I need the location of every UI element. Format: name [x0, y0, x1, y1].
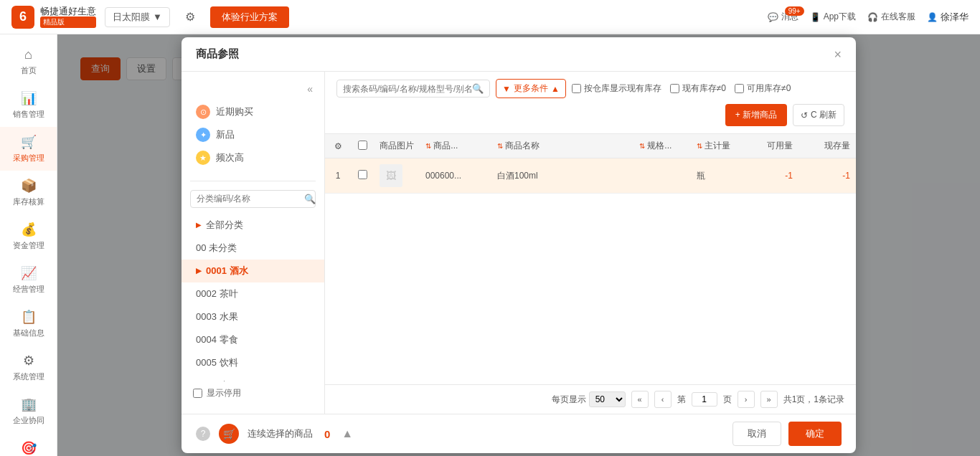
- pagination: 每页显示 50 100 200 « ‹ 第 页: [325, 384, 856, 414]
- row-name: 白酒100ml: [491, 158, 633, 194]
- cat-item-0001[interactable]: ▶ 0001 酒水: [182, 260, 324, 282]
- layout: ⌂ 首页 📊 销售管理 🛒 采购管理 📦 库存核算 💰 资金管理 📈 经营管理 …: [0, 34, 980, 456]
- product-table: ⚙ 商品图片 ⇅ 商品... ⇅ 商品名称: [325, 134, 856, 194]
- sidebar-item-home[interactable]: ⌂ 首页: [0, 40, 57, 83]
- cat-item-0008[interactable]: 0008 水: [182, 374, 324, 381]
- sidebar-item-ops[interactable]: 📈 经营管理: [0, 258, 57, 302]
- col-unit-header[interactable]: ⇅ 主计量: [691, 134, 741, 158]
- col-spec-header[interactable]: ⇅ 规格...: [633, 134, 691, 158]
- col-check-all[interactable]: [351, 134, 374, 158]
- show-disabled-area[interactable]: 显示停用: [182, 381, 324, 405]
- add-product-button[interactable]: + 新增商品: [725, 104, 787, 126]
- app-download-nav[interactable]: 📱 App下载: [810, 11, 856, 23]
- last-page-button[interactable]: »: [760, 391, 778, 408]
- phone-icon: 📱: [810, 12, 821, 22]
- headphone-icon: 🎧: [867, 12, 878, 22]
- page-number-input[interactable]: [692, 392, 717, 407]
- row-checkbox[interactable]: [358, 170, 367, 179]
- cat-item-all[interactable]: ▶ 全部分类: [182, 214, 324, 237]
- cat-item-0005[interactable]: 0005 饮料: [182, 351, 324, 374]
- sidebar-item-finance[interactable]: 💰 资金管理: [0, 214, 57, 258]
- more-filter-button[interactable]: ▼ 更多条件 ▲: [496, 79, 566, 98]
- help-icon[interactable]: ?: [196, 427, 210, 441]
- refresh-product-button[interactable]: ↺ C 刷新: [793, 104, 844, 126]
- basic-icon: 📋: [21, 309, 37, 325]
- modal-right-panel: 🔍 ▼ 更多条件 ▲ 按仓库显示现有库存: [325, 72, 856, 414]
- sidebar-item-purchase[interactable]: 🛒 采购管理: [0, 127, 57, 171]
- sales-icon: 📊: [21, 90, 37, 106]
- product-search-icon[interactable]: 🔍: [472, 83, 484, 94]
- cat-item-0002[interactable]: 0002 茶叶: [182, 282, 324, 305]
- cart-icon[interactable]: 🛒: [219, 424, 239, 444]
- row-code: 000600...: [420, 158, 491, 194]
- cat-item-0003[interactable]: 0003 水果: [182, 305, 324, 328]
- settings-icon[interactable]: ⚙: [179, 6, 202, 29]
- col-stock-header: 现存量: [798, 134, 856, 158]
- sidebar-item-basic[interactable]: 📋 基础信息: [0, 302, 57, 346]
- show-disabled-checkbox[interactable]: [193, 389, 202, 398]
- prev-page-button[interactable]: ‹: [654, 391, 672, 408]
- purchase-icon: 🛒: [21, 134, 37, 150]
- finance-icon: 💰: [21, 222, 37, 237]
- cat-item-0004[interactable]: 0004 零食: [182, 328, 324, 351]
- warehouse-checkbox-input[interactable]: [572, 84, 581, 93]
- corp-icon: 🏢: [21, 396, 37, 412]
- first-page-button[interactable]: «: [631, 391, 649, 408]
- home-icon: ⌂: [24, 47, 32, 62]
- row-unit: 瓶: [691, 158, 741, 194]
- col-code-header[interactable]: ⇅ 商品...: [420, 134, 491, 158]
- col-name-header[interactable]: ⇅ 商品名称: [491, 134, 633, 158]
- message-icon: 💬: [768, 12, 778, 22]
- store-selector[interactable]: 日太阳膜 ▼: [105, 7, 170, 27]
- avail-neq0-checkbox-input[interactable]: [735, 84, 744, 93]
- cancel-button[interactable]: 取消: [732, 422, 781, 446]
- top-nav-right: 💬 消息 99+ 📱 App下载 🎧 在线客服 👤 徐泽华: [768, 11, 969, 24]
- quick-nav-new[interactable]: ✦ 新品: [190, 123, 316, 146]
- next-page-button[interactable]: ›: [738, 391, 755, 408]
- guide-icon: 🎯: [21, 440, 37, 456]
- cat-item-00[interactable]: 00 未分类: [182, 237, 324, 260]
- logo-badge: 精品版: [40, 16, 96, 28]
- modal-overlay: 商品参照 × « ⊙ 近期购买: [57, 34, 980, 456]
- page-size-wrap: 每页显示 50 100 200: [552, 391, 626, 407]
- sidebar-item-system[interactable]: ⚙ 系统管理: [0, 346, 57, 389]
- category-search-icon[interactable]: 🔍: [304, 194, 316, 204]
- stock-neq0-checkbox-input[interactable]: [670, 84, 679, 93]
- sidebar-item-sales[interactable]: 📊 销售管理: [0, 83, 57, 127]
- page-size-select[interactable]: 50 100 200: [589, 391, 626, 407]
- quick-nav-freq[interactable]: ★ 频次高: [190, 146, 316, 169]
- table-row[interactable]: 1 🖼 000600... 白酒100ml: [325, 158, 856, 194]
- divider: [190, 181, 316, 181]
- modal-close-button[interactable]: ×: [834, 48, 842, 61]
- row-avail: -1: [741, 158, 798, 194]
- category-list: ▶ 全部分类 00 未分类 ▶ 0001 酒水 0002 茶: [182, 211, 324, 381]
- row-checkbox-cell[interactable]: [351, 158, 374, 194]
- product-search-input[interactable]: [343, 84, 472, 94]
- sidebar-item-corp[interactable]: 🏢 企业协同: [0, 389, 57, 433]
- sidebar-item-inventory[interactable]: 📦 库存核算: [0, 171, 57, 214]
- message-nav[interactable]: 💬 消息 99+: [768, 11, 798, 23]
- new-icon: ✦: [196, 128, 210, 142]
- product-search-wrap: 🔍: [336, 80, 490, 98]
- arrow-active-icon: ▶: [196, 267, 202, 275]
- sort-unit-icon: ⇅: [697, 142, 702, 150]
- checkbox-warehouse[interactable]: 按仓库显示现有库存: [572, 82, 661, 95]
- user-avatar[interactable]: 👤 徐泽华: [927, 11, 969, 24]
- modal-body: « ⊙ 近期购买 ✦ 新品 ★: [182, 72, 856, 414]
- checkbox-avail-neq0[interactable]: 可用库存≠0: [735, 82, 791, 95]
- sidebar: ⌂ 首页 📊 销售管理 🛒 采购管理 📦 库存核算 💰 资金管理 📈 经营管理 …: [0, 34, 57, 456]
- quick-nav-recent[interactable]: ⊙ 近期购买: [190, 100, 316, 123]
- service-nav[interactable]: 🎧 在线客服: [867, 11, 915, 23]
- row-num: 1: [325, 158, 351, 194]
- collapse-cart-button[interactable]: ▲: [341, 427, 353, 440]
- checkbox-stock-neq0[interactable]: 现有库存≠0: [670, 82, 726, 95]
- collapse-panel-button[interactable]: «: [304, 80, 316, 98]
- toolbar-right: + 新增商品 ↺ C 刷新: [725, 104, 844, 126]
- trial-button[interactable]: 体验行业方案: [210, 6, 289, 28]
- confirm-button[interactable]: 确定: [788, 422, 842, 446]
- sidebar-item-guide[interactable]: 🎯 新手引导: [0, 433, 57, 456]
- col-avail-header: 可用量: [741, 134, 798, 158]
- col-settings[interactable]: ⚙: [325, 134, 351, 158]
- category-search-input[interactable]: [197, 194, 304, 204]
- check-all-checkbox[interactable]: [358, 141, 367, 150]
